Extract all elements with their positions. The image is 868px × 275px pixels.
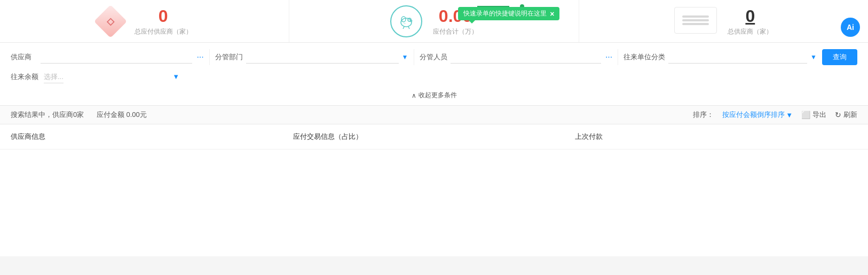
filter-dept: 分管部门 ▼	[215, 51, 408, 64]
divider-3	[618, 49, 618, 65]
result-info: 搜索结果中，供应商0家 应付金额 0.00元	[11, 110, 147, 120]
filter-unit-class: 往来单位分类 ▼	[624, 51, 817, 64]
logo-icon: ◇	[97, 8, 124, 35]
collapse-chevron-up: ∧	[412, 92, 416, 99]
total-suppliers-label: 总供应商（家）	[728, 27, 772, 36]
filter-area: 供应商 ··· 分管部门 ▼ 分管人员 ··· 往来单位分类 ▼ 查询 往来	[0, 43, 868, 106]
svg-point-0	[401, 18, 412, 27]
total-suppliers-value: 0	[745, 6, 755, 26]
person-input[interactable]	[451, 51, 601, 64]
svg-point-3	[404, 23, 406, 24]
payable-total-label: 应付合计（万）	[433, 27, 478, 36]
sort-value[interactable]: 按应付会额倒序排序 ▼	[722, 110, 793, 120]
svg-line-4	[403, 27, 404, 29]
sort-chevron: ▼	[786, 111, 793, 119]
person-label: 分管人员	[420, 52, 447, 62]
collapse-bar: ∧ 收起更多条件	[11, 89, 857, 105]
supplier-dots[interactable]: ···	[196, 52, 203, 62]
dept-chevron[interactable]: ▼	[402, 53, 408, 61]
balance-select[interactable]: 选择...	[44, 70, 64, 83]
unit-class-input[interactable]	[668, 51, 807, 64]
filter-supplier: 供应商 ···	[11, 51, 204, 64]
col-supplier-info: 供应商信息	[11, 132, 293, 142]
col-payment: 上次付款	[575, 132, 857, 142]
sort-label: 排序：	[693, 110, 714, 120]
supplier-list-icon	[674, 7, 717, 34]
svg-line-5	[408, 27, 409, 29]
table-header: 供应商信息 应付交易信息（占比） 上次付款	[0, 124, 868, 150]
shortcut-tooltip: 快速录单的快捷键说明在这里 ×	[458, 7, 559, 20]
person-dots[interactable]: ···	[605, 52, 612, 62]
dept-label: 分管部门	[215, 52, 243, 62]
dept-input[interactable]	[246, 51, 399, 64]
balance-chevron: ▼	[172, 73, 179, 81]
collapse-label: 收起更多条件	[419, 91, 457, 100]
unit-class-label: 往来单位分类	[624, 52, 665, 62]
divider-1	[209, 49, 210, 65]
total-payable-value: 0	[159, 6, 168, 26]
filter-person: 分管人员 ···	[420, 51, 613, 64]
query-button[interactable]: 查询	[822, 49, 857, 65]
supplier-input[interactable]	[41, 51, 192, 64]
export-button[interactable]: ⬜ 导出	[801, 110, 826, 120]
col-transaction: 应付交易信息（占比）	[293, 132, 575, 142]
tooltip-close-btn[interactable]: ×	[550, 10, 554, 18]
refresh-icon: ↻	[835, 111, 841, 119]
tooltip-area: 快速录单的快捷键说明在这里 ×	[477, 4, 524, 9]
collapse-button[interactable]: ∧ 收起更多条件	[412, 91, 457, 100]
divider-2	[414, 49, 414, 65]
refresh-button[interactable]: ↻ 刷新	[835, 110, 857, 120]
result-bar: 搜索结果中，供应商0家 应付金额 0.00元 排序： 按应付会额倒序排序 ▼ ⬜…	[0, 106, 868, 124]
filter-row-1: 供应商 ··· 分管部门 ▼ 分管人员 ··· 往来单位分类 ▼ 查询	[11, 49, 857, 65]
ai-badge[interactable]: Ai	[841, 18, 860, 37]
balance-label: 往来余额	[11, 72, 38, 82]
top-stats-area: ◇ 0 总应付供应商（家） 0.00	[0, 0, 868, 43]
result-supplier-count: 搜索结果中，供应商0家	[11, 111, 84, 119]
filter-row-2: 往来余额 选择... ▼	[11, 70, 182, 83]
unit-class-chevron[interactable]: ▼	[810, 53, 817, 61]
result-amount: 应付金额 0.00元	[97, 111, 147, 119]
stat-total-suppliers: 0 总供应商（家） Ai	[579, 0, 868, 42]
export-icon: ⬜	[801, 111, 810, 119]
table-body	[0, 150, 868, 256]
total-payable-label: 总应付供应商（家）	[135, 27, 192, 36]
stat-payable-total: 0.00 应付合计（万）	[289, 0, 579, 42]
stat-total-payable: ◇ 0 总应付供应商（家）	[0, 0, 289, 42]
tooltip-text: 快速录单的快捷键说明在这里	[463, 9, 547, 18]
supplier-label: 供应商	[11, 52, 37, 62]
result-right: 排序： 按应付会额倒序排序 ▼ ⬜ 导出 ↻ 刷新	[693, 110, 857, 120]
pig-icon	[390, 5, 422, 37]
